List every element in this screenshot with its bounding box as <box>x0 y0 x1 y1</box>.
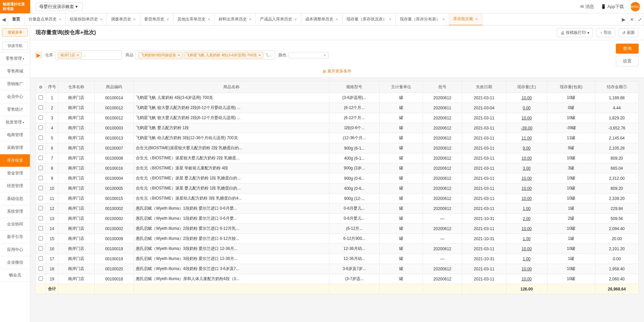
tab-close-cailiao[interactable]: ✕ <box>249 17 252 21</box>
row-checkbox[interactable] <box>39 176 43 180</box>
tab-xianzai1[interactable]: 现存量（库存状况表）✕ <box>342 13 396 25</box>
tab-close-chengben[interactable]: ✕ <box>335 17 338 21</box>
td-stock-main[interactable]: 1.00 <box>506 234 547 244</box>
tab-chengpin[interactable]: 产成品入库单历史✕ <box>256 13 301 25</box>
row-checkbox[interactable] <box>39 196 43 200</box>
sidebar-item-operations[interactable]: 经营管理 <box>0 180 30 193</box>
row-checkbox[interactable] <box>39 186 43 190</box>
tab-fullscreen-button[interactable]: ⤢ <box>636 13 644 25</box>
sidebar-item-member-card[interactable]: 畅会员 <box>0 269 30 282</box>
tab-xianzai2[interactable]: 现存量（库存分布表）✕ <box>396 13 449 25</box>
query-button[interactable]: 查询 <box>616 44 639 54</box>
sidebar-item-finance[interactable]: 资金管理 <box>0 167 30 180</box>
search-menu-button[interactable]: 搜索菜单 <box>2 28 28 37</box>
row-checkbox[interactable] <box>39 136 43 140</box>
quick-nav-button[interactable]: 快捷导航 <box>2 42 28 50</box>
td-stock-main[interactable]: 1.00 <box>506 254 547 264</box>
row-checkbox[interactable] <box>39 256 43 261</box>
sidebar-item-marketing[interactable]: 营销推广 <box>0 78 30 91</box>
app-download-button[interactable]: 📱 App下载 <box>601 4 624 10</box>
tab-yaohuo[interactable]: 要货单历史✕ <box>140 13 173 25</box>
product-input[interactable]: 飞鹤奶粉3段丙腺提装 ✕ 飞鹤星飞帆 儿童奶粉 4段(3-6岁适用) 700克 … <box>136 50 275 60</box>
td-stock-main[interactable]: 1.00 <box>506 204 547 214</box>
avatar[interactable]: demo2 <box>631 2 640 11</box>
template-print-button[interactable]: 🖨 按模板打印 ▾ <box>557 28 593 37</box>
row-checkbox[interactable] <box>39 216 43 220</box>
td-stock-main[interactable]: 10.00 <box>506 194 547 204</box>
row-checkbox[interactable] <box>39 146 43 150</box>
row-checkbox[interactable] <box>39 95 43 100</box>
tab-tiaobo[interactable]: 调拨单历史✕ <box>107 13 140 25</box>
td-stock-main[interactable]: 10.00 <box>506 93 547 103</box>
tab-close-fenpan[interactable]: ✕ <box>59 17 61 21</box>
sidebar-item-app-center[interactable]: 应用中心 <box>0 244 30 256</box>
product-tag-close-2[interactable]: ✕ <box>258 53 261 57</box>
sidebar-item-inventory[interactable]: 库存核算 <box>0 154 30 167</box>
td-stock-main[interactable]: 11.00 <box>506 133 547 143</box>
expand-more-button[interactable]: ⊞ 展开更多条件 <box>36 68 639 74</box>
export-button[interactable]: ↑ 导出 <box>596 28 615 37</box>
tab-cailiao[interactable]: 材料出库单历史✕ <box>215 13 256 25</box>
td-stock-main[interactable]: 10.00 <box>506 244 547 254</box>
row-checkbox[interactable] <box>39 206 43 210</box>
tab-close-zuhe[interactable]: ✕ <box>100 17 103 21</box>
row-checkbox[interactable] <box>39 266 43 271</box>
td-stock-main[interactable]: 10.00 <box>506 113 547 123</box>
expand-filter-button[interactable]: ▶ <box>36 52 42 58</box>
sidebar-item-enterprise[interactable]: 企业协同 <box>0 218 30 231</box>
tab-chengben[interactable]: 成本调整单历史✕ <box>301 13 342 25</box>
td-stock-main[interactable]: 9.00 <box>506 143 547 153</box>
td-stock-main[interactable]: 10.00 <box>506 224 547 234</box>
sidebar-item-retail-mgmt[interactable]: 零售管理 ▾ <box>0 52 30 65</box>
row-checkbox[interactable] <box>39 115 43 120</box>
td-stock-main[interactable]: 10.00 <box>506 153 547 163</box>
row-checkbox[interactable] <box>39 166 43 170</box>
setting-button[interactable]: 设置 <box>616 56 639 66</box>
warehouse-tag-close[interactable]: ✕ <box>76 53 79 57</box>
tab-qita[interactable]: 其他出库单历史✕ <box>173 13 215 25</box>
sidebar-item-wholesale[interactable]: 批发管理 ▾ <box>0 116 30 129</box>
td-stock-main[interactable]: 10.00 <box>506 173 547 183</box>
td-stock-main[interactable]: 0.00 <box>506 103 547 113</box>
tab-zuhe[interactable]: 组装拆卸单历史✕ <box>66 13 107 25</box>
tab-close-piCI[interactable]: ✕ <box>475 17 478 21</box>
tab-close-yaohuo[interactable]: ✕ <box>166 17 169 21</box>
sidebar-item-retail-stats[interactable]: 零售统计 <box>0 103 30 116</box>
tab-next-button[interactable]: ▶ <box>620 13 628 25</box>
sidebar-item-member[interactable]: 会员中心 <box>0 91 30 103</box>
tab-close-chengpin[interactable]: ✕ <box>294 17 297 21</box>
refresh-button[interactable]: ↺ 刷新 <box>619 28 639 37</box>
sidebar-item-retail-shop[interactable]: 零售商城 <box>0 65 30 78</box>
tab-piCI[interactable]: 库存批次账✕ <box>449 13 482 25</box>
td-stock-main[interactable]: 10.00 <box>506 183 547 194</box>
org-selector[interactable]: 母婴行业演示账套 ▾ <box>36 2 83 11</box>
td-stock-main[interactable]: 10.00 <box>506 264 547 274</box>
tab-close-xianzai1[interactable]: ✕ <box>389 17 391 21</box>
td-stock-main[interactable]: 10.00 <box>506 274 547 284</box>
msg-button[interactable]: ✉ 消息 <box>580 4 594 10</box>
sidebar-item-purchase[interactable]: 采购管理 <box>0 142 30 154</box>
tab-fenpan[interactable]: 分量盘点单历史✕ <box>24 13 66 25</box>
warehouse-input[interactable]: 南岸门店 ✕ ... <box>55 50 122 60</box>
row-checkbox[interactable] <box>39 246 43 251</box>
color-input[interactable]: ▾ <box>288 52 329 58</box>
sidebar-item-corp-wechat[interactable]: 企业微信 <box>0 256 30 269</box>
tab-close-all-button[interactable]: ✕ <box>628 13 636 25</box>
row-checkbox[interactable] <box>39 156 43 160</box>
row-checkbox[interactable] <box>39 125 43 130</box>
td-stock-main[interactable]: 3.00 <box>506 163 547 173</box>
row-checkbox[interactable] <box>39 105 43 110</box>
row-checkbox[interactable] <box>39 236 43 240</box>
sidebar-item-ecommerce[interactable]: 电商管理 <box>0 129 30 142</box>
sidebar-item-basic[interactable]: 基础信息 <box>0 193 30 205</box>
row-checkbox[interactable] <box>39 226 43 230</box>
tab-close-qita[interactable]: ✕ <box>208 17 210 21</box>
tab-close-xianzai2[interactable]: ✕ <box>442 17 445 21</box>
tab-prev-button[interactable]: ◀ <box>0 13 8 25</box>
td-stock-main[interactable]: -39.00 <box>506 123 547 133</box>
sidebar-item-guide[interactable]: 新手引导 <box>0 231 30 244</box>
product-tag-close-1[interactable]: ✕ <box>177 53 180 57</box>
row-checkbox[interactable] <box>39 276 43 281</box>
td-stock-main[interactable]: 2.00 <box>506 214 547 224</box>
tab-home[interactable]: 首页 <box>8 13 24 25</box>
